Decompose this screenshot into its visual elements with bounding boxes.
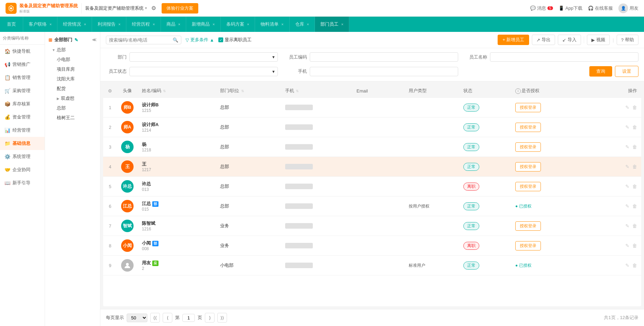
- tab-customer[interactable]: 客户联络×: [23, 17, 57, 32]
- tab-bom-close[interactable]: ×: [281, 22, 283, 26]
- delete-icon[interactable]: 🗑: [632, 243, 637, 248]
- import-btn[interactable]: ↙ 导入: [558, 35, 581, 45]
- tab-dept-staff[interactable]: 部门员工×: [315, 17, 349, 32]
- col-dept[interactable]: 部门/职位 ⇅: [216, 84, 281, 98]
- tab-customer-close[interactable]: ×: [49, 22, 52, 26]
- delete-icon[interactable]: 🗑: [632, 124, 637, 130]
- filter-empname-input[interactable]: [490, 52, 638, 62]
- tree-collapse-icon[interactable]: ≪: [92, 37, 97, 42]
- app-download-btn[interactable]: 📱 App下载: [559, 5, 582, 11]
- delete-icon[interactable]: 🗑: [632, 184, 637, 189]
- sidebar-item-collab[interactable]: 🤝 企业协同: [0, 163, 45, 176]
- tree-edit-icon[interactable]: ✎: [74, 37, 78, 43]
- system-title-dropdown[interactable]: ▾: [145, 6, 147, 10]
- tab-new-goods-close[interactable]: ×: [212, 22, 215, 26]
- tab-goods[interactable]: 商品×: [161, 17, 186, 32]
- sidebar-item-finance[interactable]: 💰 资金管理: [0, 111, 45, 124]
- search-input[interactable]: [109, 37, 171, 43]
- edit-icon[interactable]: ✎: [625, 263, 629, 268]
- tab-profit-close[interactable]: ×: [118, 22, 120, 26]
- edit-icon[interactable]: ✎: [625, 223, 629, 229]
- sidebar-item-sales[interactable]: 📋 销售管理: [0, 71, 45, 84]
- col-phone[interactable]: 手机 ⇅: [281, 84, 353, 98]
- authorize-btn[interactable]: 授权登录: [515, 221, 541, 231]
- sidebar-item-quicknav[interactable]: 🏠 快捷导航: [0, 45, 45, 58]
- experience-btn[interactable]: 体验行业方案: [162, 3, 198, 14]
- tree-item-xiaodian[interactable]: 小电部: [54, 55, 100, 64]
- tab-home[interactable]: 首页: [0, 17, 23, 32]
- tab-operation-close[interactable]: ×: [84, 22, 86, 26]
- tree-item-zongbu-sub[interactable]: 总部: [54, 103, 100, 113]
- tab-profit[interactable]: 利润报告×: [92, 17, 126, 32]
- page-input[interactable]: [182, 314, 195, 322]
- video-btn[interactable]: ▶ 视频: [587, 35, 610, 45]
- tree-item-shuangxu[interactable]: ▶ 双虚想: [54, 94, 100, 103]
- gear-settings-icon[interactable]: ⚙: [151, 5, 156, 11]
- tree-item-zongbu[interactable]: ▼ 总部: [48, 45, 100, 55]
- user-avatar[interactable]: 👤 用友: [618, 3, 638, 13]
- tree-item-zhishu[interactable]: 植树王二: [54, 113, 100, 123]
- sidebar-item-system[interactable]: ⚙️ 系统管理: [0, 150, 45, 163]
- tab-history[interactable]: 经营历程×: [126, 17, 161, 32]
- authorize-btn[interactable]: 授权登录: [515, 182, 541, 191]
- sidebar-item-guide[interactable]: 📖 新手引导: [0, 176, 45, 190]
- edit-icon[interactable]: ✎: [625, 105, 629, 110]
- delete-icon[interactable]: 🗑: [632, 263, 637, 268]
- edit-icon[interactable]: ✎: [625, 203, 629, 209]
- query-btn[interactable]: 查询: [589, 66, 612, 77]
- edit-icon[interactable]: ✎: [625, 124, 629, 130]
- last-page-btn[interactable]: ⟩⟩: [217, 313, 227, 323]
- authorize-btn[interactable]: 授权登录: [515, 103, 541, 112]
- tab-new-goods[interactable]: 新增商品×: [186, 17, 220, 32]
- filter-more-btn[interactable]: ▽ 更多条件 ▲: [185, 37, 214, 43]
- resigned-checkbox[interactable]: ✓: [218, 37, 223, 42]
- filter-empcode-input[interactable]: [310, 52, 458, 62]
- first-page-btn[interactable]: ⟨⟨: [150, 313, 160, 323]
- edit-icon[interactable]: ✎: [625, 184, 629, 189]
- filter-dept-select[interactable]: ▾: [129, 52, 278, 62]
- col-name[interactable]: 姓名/编码 ⇅: [138, 84, 216, 98]
- tab-bom[interactable]: 物料清单×: [255, 17, 289, 32]
- next-page-btn[interactable]: ⟩: [205, 313, 215, 323]
- filter-status-select[interactable]: ▾: [129, 67, 278, 76]
- edit-icon[interactable]: ✎: [625, 243, 629, 248]
- edit-icon[interactable]: ✎: [625, 144, 629, 150]
- sidebar-item-marketing[interactable]: 📢 营销推广: [0, 58, 45, 71]
- sidebar-item-inventory[interactable]: 📦 库存核算: [0, 97, 45, 111]
- tab-warehouse[interactable]: 仓库×: [290, 17, 315, 32]
- delete-icon[interactable]: 🗑: [632, 223, 637, 229]
- tree-item-peihuo[interactable]: 配货: [54, 84, 100, 94]
- tab-barcode-close[interactable]: ×: [247, 22, 249, 26]
- tab-barcode[interactable]: 条码方案×: [221, 17, 255, 32]
- authorize-btn[interactable]: 授权登录: [515, 142, 541, 152]
- prev-page-btn[interactable]: ⟨: [163, 313, 172, 323]
- col-settings[interactable]: ⚙: [103, 84, 117, 98]
- edit-icon[interactable]: ✎: [625, 164, 629, 169]
- export-btn[interactable]: ↗ 导出: [532, 35, 555, 45]
- delete-icon[interactable]: 🗑: [632, 164, 637, 169]
- help-btn[interactable]: ? 帮助: [617, 35, 638, 45]
- tab-operation[interactable]: 经营情况×: [57, 17, 92, 32]
- sidebar-search-input[interactable]: [3, 36, 45, 41]
- online-service-btn[interactable]: 🎧 在线客服: [588, 5, 613, 11]
- delete-icon[interactable]: 🗑: [632, 144, 637, 150]
- tab-warehouse-close[interactable]: ×: [307, 22, 309, 26]
- show-resigned-toggle[interactable]: ✓ 显示离职员工: [218, 37, 252, 43]
- sidebar-item-operations[interactable]: 📊 经营管理: [0, 124, 45, 137]
- tree-item-xiangmu[interactable]: 项目库房: [54, 64, 100, 74]
- sidebar-item-basics[interactable]: 📁 基础信息: [0, 137, 45, 150]
- authorize-btn[interactable]: 授权登录: [515, 162, 541, 171]
- message-btn[interactable]: 💬 消息 5: [530, 5, 553, 11]
- filter-phone-input[interactable]: [310, 67, 458, 76]
- pagesize-select[interactable]: 50 20 100: [127, 314, 147, 322]
- tree-item-shenyang[interactable]: 沈阳大库: [54, 74, 100, 84]
- authorize-btn[interactable]: 授权登录: [515, 241, 541, 250]
- tab-history-close[interactable]: ×: [153, 22, 155, 26]
- set-btn[interactable]: 设置: [615, 66, 638, 77]
- tab-goods-close[interactable]: ×: [178, 22, 180, 26]
- authorize-btn[interactable]: 授权登录: [515, 123, 541, 132]
- add-employee-btn[interactable]: + 新增员工: [498, 35, 529, 45]
- sidebar-item-purchase[interactable]: 🛒 采购管理: [0, 84, 45, 97]
- delete-icon[interactable]: 🗑: [632, 105, 637, 110]
- delete-icon[interactable]: 🗑: [632, 203, 637, 209]
